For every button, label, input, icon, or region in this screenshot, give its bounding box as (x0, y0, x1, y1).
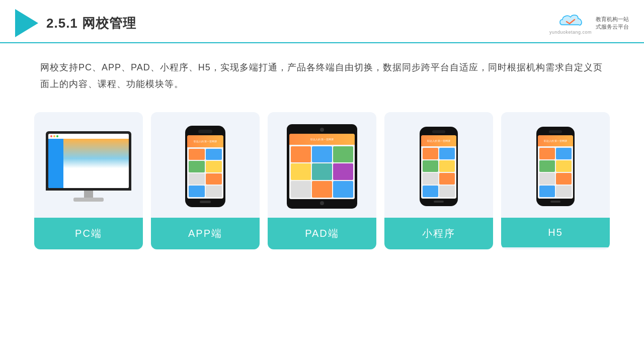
card-pc-image (34, 112, 143, 218)
logo-slogan: 教育机构一站 式服务云平台 (596, 16, 629, 31)
card-h5-label: H5 (501, 218, 610, 247)
page-title: 2.5.1 网校管理 (46, 15, 136, 32)
card-app-label: APP端 (151, 218, 260, 249)
title-number: 2.5.1 (46, 16, 78, 31)
header: 2.5.1 网校管理 yunduoketang.com 教育机构一站 式服务云平… (0, 0, 644, 43)
logo-domain: yunduoketang.com (549, 30, 592, 35)
card-app: 职达人的 第一堂网课 APP端 (151, 112, 260, 249)
card-h5-image: 职达人的 第一堂网课 (501, 112, 610, 218)
cloud-logo-icon: yunduoketang.com (549, 12, 592, 35)
card-pc: PC端 (34, 112, 143, 249)
phone-app-icon: 职达人的 第一堂网课 (185, 126, 225, 207)
card-miniapp-image: 职达人的 第一堂网课 (384, 112, 493, 218)
card-pc-label: PC端 (34, 218, 143, 249)
header-left: 2.5.1 网校管理 (15, 9, 136, 37)
card-miniapp-label: 小程序 (384, 218, 493, 249)
card-pad-image: 职达人的 第一堂网课 (268, 112, 376, 218)
platform-cards: PC端 职达人的 第一堂网课 (0, 98, 644, 249)
card-pad: 职达人的 第一堂网课 PAD端 (268, 112, 376, 249)
logo-triangle-icon (15, 9, 38, 37)
card-app-image: 职达人的 第一堂网课 (151, 112, 260, 218)
brand-logo: yunduoketang.com 教育机构一站 式服务云平台 (549, 12, 629, 35)
pad-icon: 职达人的 第一堂网课 (287, 124, 357, 209)
description-text: 网校支持PC、APP、PAD、小程序、H5，实现多端打通，产品各终端自由切换，数… (0, 43, 644, 98)
card-h5: 职达人的 第一堂网课 H5 (501, 112, 610, 249)
phone-miniapp-icon: 职达人的 第一堂网课 (420, 127, 458, 206)
title-text: 网校管理 (82, 16, 136, 31)
card-pad-label: PAD端 (268, 218, 376, 249)
monitor-icon (46, 131, 131, 202)
phone-h5-icon: 职达人的 第一堂网课 (536, 127, 575, 206)
card-miniapp: 职达人的 第一堂网课 小程序 (384, 112, 493, 249)
